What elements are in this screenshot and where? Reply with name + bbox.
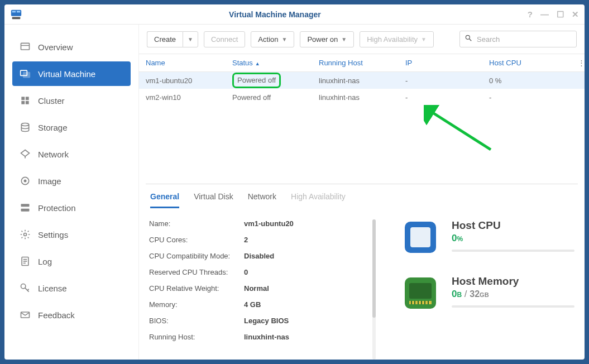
sidebar-item-network[interactable]: Network xyxy=(12,142,131,166)
search-box[interactable] xyxy=(459,31,577,47)
cell-ip: - xyxy=(399,93,482,102)
table-row[interactable]: vm2-win10 Powered off linuxhint-nas - - xyxy=(139,89,585,106)
sidebar-item-feedback[interactable]: Feedback xyxy=(12,303,131,327)
action-button[interactable]: Action▼ xyxy=(251,31,294,47)
prop-value: vm1-ubuntu20 xyxy=(244,219,294,228)
svg-rect-7 xyxy=(23,73,30,78)
svg-rect-4 xyxy=(21,43,30,50)
app-icon xyxy=(10,8,22,21)
sidebar-item-label: Cluster xyxy=(38,96,65,106)
log-icon xyxy=(19,255,31,267)
svg-point-12 xyxy=(21,123,28,126)
svg-rect-11 xyxy=(26,101,29,104)
sidebar-item-label: Protection xyxy=(38,203,76,213)
col-ip[interactable]: IP xyxy=(399,59,482,67)
minimize-icon[interactable]: — xyxy=(540,9,549,20)
col-status[interactable]: Status▲ xyxy=(226,59,312,67)
svg-line-29 xyxy=(429,111,491,150)
prop-value: Disabled xyxy=(244,252,274,260)
caret-down-icon: ▼ xyxy=(188,36,193,42)
prop-label: Memory: xyxy=(149,300,244,309)
maximize-icon[interactable]: ☐ xyxy=(557,9,564,20)
connect-button[interactable]: Connect xyxy=(204,31,245,47)
cell-cpu: - xyxy=(482,93,571,102)
protection-icon xyxy=(19,202,31,214)
search-input[interactable] xyxy=(477,35,572,44)
help-icon[interactable]: ? xyxy=(528,9,533,20)
window-title: Virtual Machine Manager xyxy=(22,10,528,19)
tab-general[interactable]: General xyxy=(150,192,179,208)
sidebar-item-protection[interactable]: Protection xyxy=(12,195,131,220)
storage-icon xyxy=(19,121,31,133)
sidebar-item-license[interactable]: License xyxy=(12,276,131,300)
sidebar-item-storage[interactable]: Storage xyxy=(12,115,131,140)
svg-rect-10 xyxy=(21,101,25,104)
stat-title: Host Memory xyxy=(452,275,574,288)
cell-status: Powered off xyxy=(226,73,312,88)
cpu-icon xyxy=(403,219,438,255)
table-header: Name Status▲ Running Host IP Host CPU ⋮ xyxy=(139,54,585,72)
envelope-icon xyxy=(19,309,31,321)
image-icon xyxy=(19,175,31,187)
svg-point-18 xyxy=(24,233,27,236)
prop-label: CPU Relative Weight: xyxy=(149,284,244,293)
col-more-icon[interactable]: ⋮ xyxy=(571,59,585,67)
sort-asc-icon: ▲ xyxy=(255,61,260,66)
power-button[interactable]: Power on▼ xyxy=(300,31,354,47)
prop-value: 2 xyxy=(244,236,248,244)
stat-value: 0% xyxy=(452,233,574,244)
stat-bar xyxy=(452,305,574,308)
sidebar-item-label: License xyxy=(38,284,67,293)
sidebar-item-settings[interactable]: Settings xyxy=(12,222,131,247)
sidebar-item-image[interactable]: Image xyxy=(12,169,131,193)
close-icon[interactable]: ✕ xyxy=(572,9,579,20)
sidebar-item-virtual-machine[interactable]: Virtual Machine xyxy=(12,61,131,86)
svg-point-27 xyxy=(466,35,470,39)
tab-ha: High Availability xyxy=(291,192,346,208)
tab-virtual-disk[interactable]: Virtual Disk xyxy=(194,192,233,208)
col-cpu[interactable]: Host CPU xyxy=(482,59,571,67)
scrollbar[interactable] xyxy=(372,219,376,360)
prop-value: Normal xyxy=(244,284,269,293)
svg-rect-17 xyxy=(21,209,30,212)
sidebar-item-cluster[interactable]: Cluster xyxy=(12,88,131,113)
svg-rect-1 xyxy=(12,11,16,12)
sidebar-item-log[interactable]: Log xyxy=(12,249,131,274)
network-icon xyxy=(19,148,31,160)
svg-rect-9 xyxy=(26,97,29,100)
sidebar-item-label: Overview xyxy=(38,42,73,52)
svg-rect-31 xyxy=(410,227,430,247)
app-window: Virtual Machine Manager ? — ☐ ✕ Overview… xyxy=(4,4,585,360)
svg-line-25 xyxy=(27,289,28,291)
table-row[interactable]: vm1-ubuntu20 Powered off linuxhint-nas -… xyxy=(139,72,585,89)
prop-label: CPU Cores: xyxy=(149,236,244,244)
sidebar-item-label: Storage xyxy=(38,123,68,132)
prop-value: Legacy BIOS xyxy=(244,317,289,325)
prop-label: BIOS: xyxy=(149,317,244,325)
cell-status: Powered off xyxy=(226,93,312,102)
sidebar-item-overview[interactable]: Overview xyxy=(12,35,131,59)
cluster-icon xyxy=(19,94,31,107)
tab-network[interactable]: Network xyxy=(248,192,276,208)
memory-icon xyxy=(403,275,438,311)
col-host[interactable]: Running Host xyxy=(312,59,399,67)
detail-tabs: General Virtual Disk Network High Availa… xyxy=(146,184,578,208)
col-name[interactable]: Name xyxy=(139,59,226,67)
overview-icon xyxy=(19,41,31,53)
svg-rect-0 xyxy=(11,9,21,16)
ha-button[interactable]: High Availability▼ xyxy=(360,31,434,47)
prop-label: CPU Compatibility Mode: xyxy=(149,252,244,260)
create-dropdown[interactable]: ▼ xyxy=(183,31,198,47)
caret-down-icon: ▼ xyxy=(282,36,288,42)
vm-icon xyxy=(19,68,31,80)
sidebar-item-label: Log xyxy=(38,257,52,266)
gear-icon xyxy=(19,228,31,241)
prop-value: linuxhint-nas xyxy=(244,333,289,341)
create-button[interactable]: Create xyxy=(147,31,183,47)
prop-label: Reserved CPU Threads: xyxy=(149,268,244,276)
search-icon xyxy=(465,34,472,44)
stat-value: 0B / 32GB xyxy=(452,289,574,300)
svg-line-28 xyxy=(470,39,472,41)
cell-ip: - xyxy=(399,76,482,85)
cell-host: linuxhint-nas xyxy=(312,76,399,85)
